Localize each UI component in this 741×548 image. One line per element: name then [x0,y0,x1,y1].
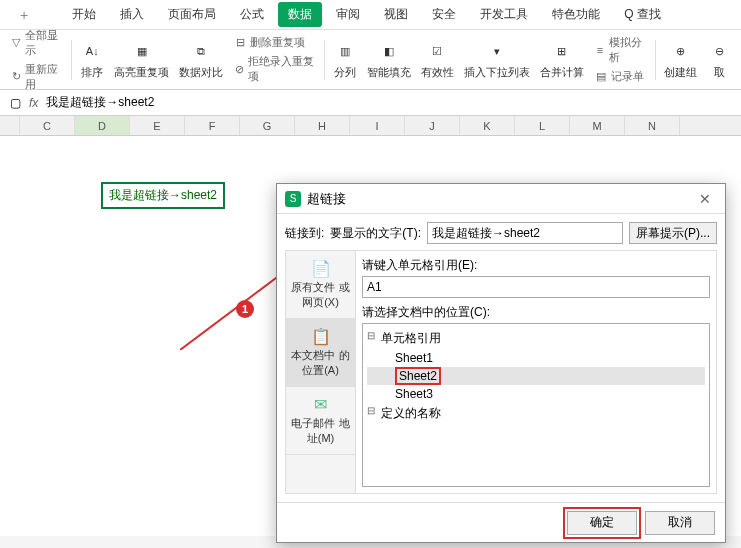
compare-button[interactable]: ⧉数据对比 [175,39,227,80]
menu-formula[interactable]: 公式 [230,2,274,27]
dropdown-button[interactable]: ▾插入下拉列表 [460,39,534,80]
side-existing-file[interactable]: 📄原有文件 或网页(X) [286,251,355,319]
menu-bar: + 开始 插入 页面布局 公式 数据 审阅 视图 安全 开发工具 特色功能 Q … [0,0,741,30]
split-icon: ▥ [333,39,357,63]
close-button[interactable]: ✕ [693,191,717,207]
menu-dev[interactable]: 开发工具 [470,2,538,27]
ungroup-icon: ⊖ [707,39,731,63]
record[interactable]: ▤记录单 [590,68,651,85]
cellref-input[interactable] [362,276,710,298]
group-icon: ⊕ [669,39,693,63]
menu-data[interactable]: 数据 [278,2,322,27]
sim-icon: ≡ [594,43,606,57]
col-m[interactable]: M [570,116,625,135]
sort-icon: A↓ [80,39,104,63]
email-icon: ✉ [290,395,351,414]
validate-icon: ☑ [425,39,449,63]
col-g[interactable]: G [240,116,295,135]
ribbon: ▽全部显示 ↻重新应用 A↓排序 ▦高亮重复项 ⧉数据对比 ⊟删除重复项 ⊘拒绝… [0,30,741,90]
merge-icon: ⊞ [550,39,574,63]
menu-review[interactable]: 审阅 [326,2,370,27]
tree-sheet2[interactable]: Sheet2 [367,367,705,385]
menu-special[interactable]: 特色功能 [542,2,610,27]
col-h[interactable]: H [295,116,350,135]
menu-view[interactable]: 视图 [374,2,418,27]
ok-button[interactable]: 确定 [567,511,637,535]
cellref-label: 请键入单元格引用(E): [362,257,710,274]
col-e[interactable]: E [130,116,185,135]
menu-security[interactable]: 安全 [422,2,466,27]
dialog-title: 超链接 [307,190,346,208]
fx-label[interactable]: fx [29,96,38,110]
menu-home[interactable]: 开始 [62,2,106,27]
show-all[interactable]: ▽全部显示 [6,27,67,59]
refresh-icon: ↻ [10,70,22,84]
link-to-label: 链接到: [285,225,324,242]
location-tree[interactable]: 单元格引用 Sheet1 Sheet2 Sheet3 定义的名称 [362,323,710,487]
dialog-footer: 确定 取消 [277,502,725,542]
whatif[interactable]: ≡模拟分析 [590,34,651,66]
callout-1: 1 [236,300,254,318]
col-c[interactable]: C [20,116,75,135]
remove-dup[interactable]: ⊟删除重复项 [229,34,320,51]
highlight-dup-button[interactable]: ▦高亮重复项 [110,39,173,80]
name-box-icon[interactable]: ▢ [10,96,21,110]
sim-group: ≡模拟分析 ▤记录单 [590,34,651,85]
col-l[interactable]: L [515,116,570,135]
display-text-row: 链接到: 要显示的文字(T): 屏幕提示(P)... [285,222,717,244]
display-text-input[interactable] [427,222,623,244]
hyperlink-cell[interactable]: 我是超链接→sheet2 [101,182,225,209]
dedup-group: ⊟删除重复项 ⊘拒绝录入重复项 [229,34,320,85]
formula-input[interactable]: 我是超链接→sheet2 [46,94,731,111]
filter-group: ▽全部显示 ↻重新应用 [6,27,67,93]
reapply[interactable]: ↻重新应用 [6,61,67,93]
tree-sheet3[interactable]: Sheet3 [367,385,705,403]
dropdown-icon: ▾ [485,39,509,63]
smartfill-icon: ◧ [377,39,401,63]
col-d[interactable]: D [75,116,130,135]
file-icon: 📄 [290,259,351,278]
menu-layout[interactable]: 页面布局 [158,2,226,27]
highlight-icon: ▦ [130,39,154,63]
split-button[interactable]: ▥分列 [329,39,361,80]
group-button[interactable]: ⊕创建组 [660,39,701,80]
remove-dup-icon: ⊟ [233,36,247,50]
display-label: 要显示的文字(T): [330,225,421,242]
reject-icon: ⊘ [233,62,245,76]
corner-cell[interactable] [0,116,20,135]
dialog-icon: S [285,191,301,207]
side-email[interactable]: ✉电子邮件 地址(M) [286,387,355,455]
add-tab-button[interactable]: + [10,3,38,27]
doc-location-icon: 📋 [290,327,351,346]
col-f[interactable]: F [185,116,240,135]
col-n[interactable]: N [625,116,680,135]
ungroup-button[interactable]: ⊖取 [703,39,735,80]
tree-sheet1[interactable]: Sheet1 [367,349,705,367]
consolidate-button[interactable]: ⊞合并计算 [536,39,588,80]
tree-names-node[interactable]: 定义的名称 [367,403,705,424]
side-this-doc[interactable]: 📋本文档中 的位置(A) [286,319,355,387]
validate-button[interactable]: ☑有效性 [417,39,458,80]
col-j[interactable]: J [405,116,460,135]
cancel-button[interactable]: 取消 [645,511,715,535]
funnel-icon: ▽ [10,36,22,50]
col-i[interactable]: I [350,116,405,135]
hyperlink-dialog: S 超链接 ✕ 链接到: 要显示的文字(T): 屏幕提示(P)... 📄原有文件… [276,183,726,543]
menu-search[interactable]: Q 查找 [614,2,671,27]
link-type-sidebar: 📄原有文件 或网页(X) 📋本文档中 的位置(A) ✉电子邮件 地址(M) [286,251,356,493]
sort-button[interactable]: A↓排序 [76,39,108,80]
record-icon: ▤ [594,70,608,84]
reject-dup[interactable]: ⊘拒绝录入重复项 [229,53,320,85]
menu-insert[interactable]: 插入 [110,2,154,27]
smartfill-button[interactable]: ◧智能填充 [363,39,415,80]
compare-icon: ⧉ [189,39,213,63]
dialog-titlebar: S 超链接 ✕ [277,184,725,214]
screentip-button[interactable]: 屏幕提示(P)... [629,222,717,244]
column-headers: C D E F G H I J K L M N [0,116,741,136]
formula-bar: ▢ fx 我是超链接→sheet2 [0,90,741,116]
tree-label: 请选择文档中的位置(C): [362,304,710,321]
tree-cellref-node[interactable]: 单元格引用 [367,328,705,349]
col-k[interactable]: K [460,116,515,135]
